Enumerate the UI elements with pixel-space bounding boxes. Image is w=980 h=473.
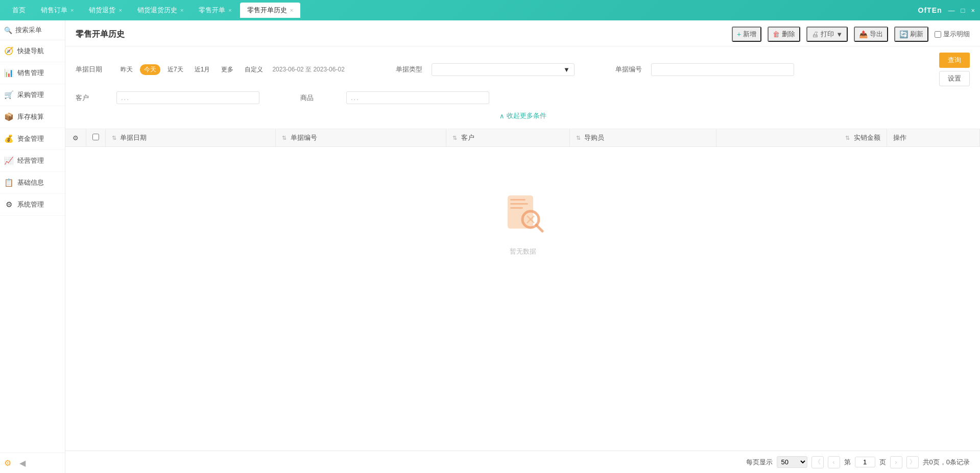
sidebar-item-purchase-mgmt[interactable]: 🛒 采购管理 [0,84,65,106]
tab-sales-order[interactable]: 销售订单 × [34,3,81,18]
date-option-7days[interactable]: 近7天 [163,64,187,75]
export-button[interactable]: 📤 导出 [854,27,888,42]
print-label: 打印 [821,30,834,39]
select-all-checkbox[interactable] [92,134,99,140]
finance-icon: 💰 [4,134,13,143]
th-action-label: 操作 [893,134,906,141]
tab-retail-open[interactable]: 零售开单 × [192,3,238,18]
sidebar-item-inventory[interactable]: 📦 库存核算 [0,106,65,128]
svg-line-5 [536,225,542,231]
sidebar-search[interactable]: 🔍 搜索采单 [0,20,65,40]
print-button[interactable]: 🖨 打印 ▼ [806,27,848,42]
number-filter-label: 单据编号 [615,65,646,74]
th-date[interactable]: ⇅ 单据日期 [105,129,276,147]
empty-icon [497,188,548,239]
display-checkbox[interactable] [935,31,941,38]
top-bar: 零售开单历史 首页 销售订单 × 销货退货 × 销货退货历史 × 零售开单 × … [0,0,980,20]
number-filter-input[interactable] [651,63,794,76]
tab-sales-return[interactable]: 销货退货 × [82,3,129,18]
sidebar-item-basic-info[interactable]: 📋 基础信息 [0,172,65,194]
print-icon: 🖨 [811,30,819,38]
next-page-btn[interactable]: › [890,456,902,468]
last-page-btn[interactable]: 》 [906,456,919,468]
add-button[interactable]: + 新增 [732,27,761,42]
sort-customer-icon: ⇅ [452,135,457,141]
prev-page-btn[interactable]: ‹ [828,456,840,468]
export-icon: 📤 [859,30,868,38]
toolbar: + 新增 🗑 删除 🖨 打印 ▼ 📤 导出 🔄 [732,27,970,42]
quick-nav-icon: 🧭 [4,46,13,56]
export-label: 导出 [870,30,883,39]
main-layout: 🔍 搜索采单 🧭 快捷导航 📊 销售管理 🛒 采购管理 📦 库存核算 💰 资金管… [0,20,980,473]
collapse-more-btn[interactable]: ∧ 收起更多条件 [497,109,548,122]
date-option-yesterday[interactable]: 昨天 [116,64,137,75]
sidebar-item-sales-mgmt[interactable]: 📊 销售管理 [0,62,65,84]
sidebar: 🔍 搜索采单 🧭 快捷导航 📊 销售管理 🛒 采购管理 📦 库存核算 💰 资金管… [0,20,65,473]
close-retail-open-history[interactable]: × [290,7,293,13]
empty-text: 暂无数据 [510,247,536,256]
sidebar-collapse-btn[interactable]: ◀ [19,458,26,468]
th-guide-label: 导购员 [584,134,604,141]
goods-dots: ... [351,94,360,102]
minimize-btn[interactable]: — [948,7,955,14]
tab-home[interactable]: 零售开单历史 首页 [5,3,33,18]
close-sales-return-history[interactable]: × [180,7,183,13]
window-close-btn[interactable]: × [971,7,975,14]
th-number[interactable]: ⇅ 单据编号 [276,129,446,147]
display-toggle[interactable]: 显示明细 [935,30,970,39]
per-page-select[interactable]: 10 20 50 100 [777,456,807,468]
date-option-more[interactable]: 更多 [217,64,237,75]
system-icon: ⚙ [4,200,13,209]
sidebar-bottom: ⚙ ◀ [0,453,65,473]
sidebar-item-label: 销售管理 [17,68,44,78]
page-header: 零售开单历史 + 新增 🗑 删除 🖨 打印 ▼ 📤 导出 [65,20,980,46]
th-amount[interactable]: ⇅ 实销金额 [716,129,887,147]
sidebar-item-finance[interactable]: 💰 资金管理 [0,128,65,150]
date-filter-label: 单据日期 [76,65,106,74]
page-title: 零售开单历史 [76,29,125,40]
close-sales-return[interactable]: × [118,7,122,13]
date-option-today[interactable]: 今天 [140,64,160,75]
window-controls: OfTEn — □ × [918,6,975,14]
sidebar-item-system[interactable]: ⚙ 系统管理 [0,194,65,216]
th-guide[interactable]: ⇅ 导购员 [569,129,716,147]
sidebar-item-operation[interactable]: 📈 经营管理 [0,150,65,172]
goods-select[interactable]: ... [346,91,489,104]
date-option-custom[interactable]: 自定义 [241,64,267,75]
refresh-icon: 🔄 [899,30,908,38]
first-page-btn[interactable]: 《 [811,456,824,468]
date-option-1month[interactable]: 近1月 [190,64,214,75]
close-sales-order[interactable]: × [70,7,74,13]
collapse-icon: ∧ [499,112,505,120]
table-header: ⚙ ⇅ 单据日期 ⇅ 单据编号 [65,129,980,147]
sidebar-gear-btn[interactable]: ⚙ [4,458,11,468]
svg-rect-1 [510,199,525,201]
inventory-icon: 📦 [4,112,13,121]
th-checkbox[interactable] [86,129,105,147]
data-table: ⚙ ⇅ 单据日期 ⇅ 单据编号 [65,129,980,147]
customer-select[interactable]: ... [116,91,259,104]
svg-rect-2 [510,203,528,205]
maximize-btn[interactable]: □ [961,7,965,14]
tab-sales-return-history[interactable]: 销货退货历史 × [130,3,190,18]
tab-retail-open-history[interactable]: 零售开单历史 × [240,3,300,18]
delete-button[interactable]: 🗑 删除 [768,27,800,42]
th-customer[interactable]: ⇅ 客户 [446,129,569,147]
page-number-input[interactable] [855,457,875,467]
date-range-display: 2023-06-02 至 2023-06-02 [272,65,344,74]
type-filter-label: 单据类型 [396,65,426,74]
page-prefix-label: 第 [844,458,851,467]
table-area: ⚙ ⇅ 单据日期 ⇅ 单据编号 [65,129,980,451]
filter-area: 单据日期 昨天 今天 近7天 近1月 更多 自定义 2023-06-02 至 2… [65,46,980,129]
refresh-button[interactable]: 🔄 刷新 [894,27,928,42]
query-button[interactable]: 查询 [939,53,970,68]
sidebar-item-quick-nav[interactable]: 🧭 快捷导航 [0,40,65,62]
sidebar-item-label: 经营管理 [17,156,44,165]
type-select[interactable]: ▼ [432,63,575,76]
setting-button[interactable]: 设置 [939,71,970,86]
sidebar-item-label: 基础信息 [17,178,44,187]
filter-row-1: 单据日期 昨天 今天 近7天 近1月 更多 自定义 2023-06-02 至 2… [76,53,970,86]
close-retail-open[interactable]: × [228,7,231,13]
operation-icon: 📈 [4,156,13,165]
th-settings[interactable]: ⚙ [65,129,86,147]
